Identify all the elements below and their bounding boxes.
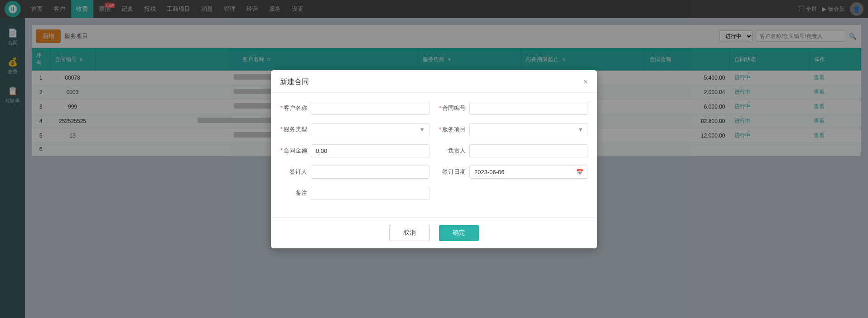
sign-date-wrap: 📅: [469, 166, 588, 179]
note-label: 备注: [280, 189, 307, 197]
amount-input[interactable]: [311, 144, 429, 157]
contract-no-input[interactable]: [469, 102, 588, 115]
client-name-label: *客户名称: [280, 104, 307, 112]
responsible-input[interactable]: [469, 144, 588, 157]
signer-input[interactable]: [311, 166, 429, 179]
contract-no-label: *合同编号: [439, 104, 466, 112]
sign-date-input[interactable]: [469, 166, 588, 179]
modal-close-button[interactable]: ×: [583, 77, 588, 87]
form-group-contract-no: *合同编号: [439, 102, 588, 115]
form-group-signer: 签订人: [280, 166, 429, 179]
service-item-select[interactable]: [469, 123, 588, 136]
form-group-service-type: *服务类型 ▼: [280, 123, 429, 136]
form-group-sign-date: 签订日期 📅: [439, 166, 588, 179]
amount-label: *合同金额: [280, 147, 307, 155]
calendar-icon[interactable]: 📅: [576, 169, 583, 176]
client-name-input[interactable]: [311, 102, 429, 115]
service-item-select-wrap: ▼: [469, 123, 588, 136]
service-item-label: *服务项目: [439, 125, 466, 133]
sign-date-label: 签订日期: [439, 168, 466, 176]
form-row-3: *合同金额 负责人: [280, 144, 588, 157]
form-row-2: *服务类型 ▼ *服务项目: [280, 123, 588, 136]
signer-label: 签订人: [280, 168, 307, 176]
form-row-1: *客户名称 *合同编号: [280, 102, 588, 115]
modal-body: *客户名称 *合同编号 *服务类型: [271, 93, 597, 217]
form-group-service-item: *服务项目 ▼: [439, 123, 588, 136]
new-contract-modal: 新建合同 × *客户名称 *合同编号: [271, 70, 597, 248]
service-type-select-wrap: ▼: [311, 123, 429, 136]
form-row-5: 备注: [280, 187, 588, 200]
responsible-label: 负责人: [439, 147, 466, 155]
empty-space: [439, 187, 588, 200]
modal-footer: 取消 确定: [271, 217, 597, 248]
service-type-label: *服务类型: [280, 125, 307, 133]
modal-header: 新建合同 ×: [271, 70, 597, 93]
modal-overlay: 新建合同 × *客户名称 *合同编号: [0, 0, 868, 318]
form-row-4: 签订人 签订日期 📅: [280, 166, 588, 179]
modal-title: 新建合同: [280, 77, 309, 87]
form-group-responsible: 负责人: [439, 144, 588, 157]
cancel-button[interactable]: 取消: [389, 225, 430, 241]
note-input[interactable]: [311, 187, 429, 200]
form-group-amount: *合同金额: [280, 144, 429, 157]
form-group-note: 备注: [280, 187, 429, 200]
service-type-select[interactable]: [311, 123, 429, 136]
form-group-client-name: *客户名称: [280, 102, 429, 115]
confirm-button[interactable]: 确定: [439, 225, 479, 241]
